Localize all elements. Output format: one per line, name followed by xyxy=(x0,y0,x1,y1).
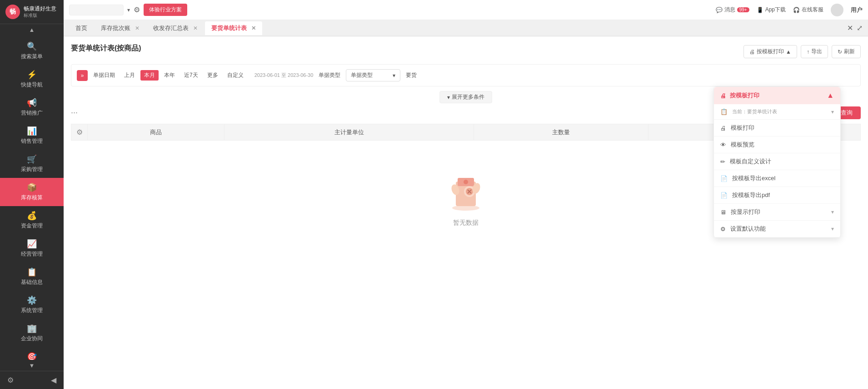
sidebar-item-purchase[interactable]: 🛒 采购管理 xyxy=(0,150,64,178)
tab-batch[interactable]: 库存批次账✕ xyxy=(95,21,146,35)
template-preview-item[interactable]: 👁 模板预览 xyxy=(714,136,840,153)
topbar-right: 💬 消息 99+ 📱 App下载 🎧 在线客服 用户 xyxy=(716,4,863,16)
search-input[interactable] xyxy=(69,5,124,15)
type-select[interactable]: 单据类型 ▾ xyxy=(346,69,400,81)
date-btn-prev-month[interactable]: 上月 xyxy=(120,70,139,81)
date-range: 2023-06-01 至 2023-06-30 xyxy=(254,72,314,79)
current-template-item[interactable]: 📋 当前：要货单统计表 ▾ xyxy=(714,104,840,120)
tab-order-stats[interactable]: 要货单统计表✕ xyxy=(205,21,262,35)
search-dropdown-btn[interactable]: ▾ xyxy=(127,7,130,13)
nav-icon-system: ⚙️ xyxy=(27,295,37,305)
sidebar-item-search[interactable]: 🔍 搜索菜单 xyxy=(0,37,64,65)
display-print-icon: 🖥 xyxy=(720,209,726,216)
sidebar-item-basic[interactable]: 📋 基础信息 xyxy=(0,263,64,291)
date-btn-current-year[interactable]: 本年 xyxy=(160,70,179,81)
refresh-btn[interactable]: ↻ 刷新 xyxy=(832,45,861,58)
close-tab-btn[interactable]: ✕ xyxy=(847,24,853,32)
tab-label-batch: 库存批次账 xyxy=(101,24,130,32)
export-btn[interactable]: ↑ 导出 xyxy=(801,45,828,58)
sidebar-item-system[interactable]: ⚙️ 系统管理 xyxy=(0,291,64,319)
page-content: 要货单统计表(按商品) 🖨 按模板打印 ▲ ↑ 导出 ↻ 刷新 » xyxy=(64,36,868,389)
date-btn-more[interactable]: 更多 xyxy=(204,70,222,81)
message-icon: 💬 xyxy=(716,7,723,13)
print-dropdown-close-btn[interactable]: ▲ xyxy=(827,91,834,100)
date-btn-custom[interactable]: 自定义 xyxy=(224,70,247,81)
tab-close-batch[interactable]: ✕ xyxy=(135,25,140,31)
print-title-label: 按模板打印 xyxy=(730,91,759,100)
export-excel-item[interactable]: 📄 按模板导出excel xyxy=(714,170,840,187)
more-actions-btn[interactable]: ··· xyxy=(71,108,78,117)
export-label: 导出 xyxy=(811,48,822,56)
tab-collection[interactable]: 收发存汇总表✕ xyxy=(147,21,204,35)
template-design-label: 模板自定义设计 xyxy=(730,157,771,166)
template-print-item[interactable]: 🖨 模板打印 xyxy=(714,120,840,136)
expand-more-btn[interactable]: ▾ 展开更多条件 xyxy=(439,91,492,103)
tab-home[interactable]: 首页 xyxy=(69,21,94,35)
header-actions: 🖨 按模板打印 ▲ ↑ 导出 ↻ 刷新 xyxy=(743,45,861,58)
nav-icon-search: 🔍 xyxy=(27,41,37,51)
set-default-label: 设置默认功能 xyxy=(730,225,766,233)
filter-expand-icon[interactable]: » xyxy=(77,70,88,81)
tab-close-order-stats[interactable]: ✕ xyxy=(251,25,256,31)
nav-label-system: 系统管理 xyxy=(21,307,43,314)
sidebar-item-marketing[interactable]: 📢 营销推广 xyxy=(0,93,64,121)
sidebar-item-enterprise[interactable]: 🏢 企业协同 xyxy=(0,319,64,347)
empty-text: 暂无数据 xyxy=(453,219,479,227)
date-btn-current-month[interactable]: 本月 xyxy=(140,70,159,81)
sidebar-item-operations[interactable]: 📈 经营管理 xyxy=(0,234,64,263)
online-service-label: 在线客服 xyxy=(802,6,823,14)
display-print-item[interactable]: 🖥 按显示打印 ▾ xyxy=(714,204,840,221)
nav-label-purchase: 采购管理 xyxy=(21,166,43,173)
tab-close-collection[interactable]: ✕ xyxy=(193,25,198,31)
online-service-btn[interactable]: 🎧 在线客服 xyxy=(793,6,823,14)
sidebar-item-newbie[interactable]: 🎯 新手引导 xyxy=(0,347,64,360)
order-status-label: 要货 xyxy=(406,71,417,79)
print-dropdown-title: 🖨 按模板打印 xyxy=(720,91,759,100)
settings-icon[interactable]: ⚙ xyxy=(7,376,14,384)
table-gear-icon[interactable]: ⚙ xyxy=(76,128,83,136)
nav-label-basic: 基础信息 xyxy=(21,278,43,286)
export-pdf-label: 按模板导出pdf xyxy=(732,191,770,199)
nav-icon-basic: 📋 xyxy=(27,267,37,277)
date-btn-last7[interactable]: 近7天 xyxy=(180,70,202,81)
type-value: 单据类型 xyxy=(351,71,373,79)
logo-sub: 标准版 xyxy=(24,12,56,18)
promo-button[interactable]: 体验行业方案 xyxy=(144,4,187,16)
display-print-label: 按显示打印 xyxy=(731,208,760,216)
scroll-down-btn[interactable]: ▼ xyxy=(0,360,64,371)
collapse-icon[interactable]: ◀ xyxy=(51,376,56,384)
sidebar-item-sales[interactable]: 📊 销售管理 xyxy=(0,121,64,150)
scroll-up-btn[interactable]: ▲ xyxy=(0,24,64,35)
nav-icon-inventory: 📦 xyxy=(27,182,37,192)
print-template-btn[interactable]: 🖨 按模板打印 ▲ xyxy=(743,45,797,58)
table-gear-col: ⚙ xyxy=(71,124,88,141)
nav-label-marketing: 营销推广 xyxy=(21,109,43,117)
message-badge: 99+ xyxy=(737,7,749,12)
service-icon: 🎧 xyxy=(793,7,800,13)
avatar[interactable] xyxy=(831,4,843,16)
expand-more-label: 展开更多条件 xyxy=(452,93,484,101)
display-print-chevron: ▾ xyxy=(831,209,834,215)
nav-label-shortcuts: 快捷导航 xyxy=(21,81,43,89)
nav-icon-operations: 📈 xyxy=(27,239,37,249)
message-btn[interactable]: 💬 消息 99+ xyxy=(716,6,749,14)
sidebar-nav: 🔍 搜索菜单⚡ 快捷导航📢 营销推广📊 销售管理🛒 采购管理📦 库存核算💰 资金… xyxy=(0,35,64,360)
set-default-icon: ⚙ xyxy=(720,226,726,232)
export-pdf-item[interactable]: 📄 按模板导出pdf xyxy=(714,187,840,204)
logo-name: 畅康通好生意 xyxy=(24,5,56,13)
nav-label-enterprise: 企业协同 xyxy=(21,335,43,343)
topbar-gear-icon[interactable]: ⚙ xyxy=(134,5,140,14)
print-chevron-icon: ▲ xyxy=(786,49,791,55)
app-download-btn[interactable]: 📱 App下载 xyxy=(757,6,786,14)
nav-label-finance: 资金管理 xyxy=(21,222,43,230)
set-default-item[interactable]: ⚙ 设置默认功能 ▾ xyxy=(714,221,840,237)
sidebar-item-shortcuts[interactable]: ⚡ 快捷导航 xyxy=(0,65,64,93)
template-design-item[interactable]: ✏ 模板自定义设计 xyxy=(714,153,840,170)
maximize-tab-btn[interactable]: ⤢ xyxy=(857,24,863,32)
sidebar-item-inventory[interactable]: 📦 库存核算 xyxy=(0,178,64,206)
expand-down-icon: ▾ xyxy=(447,94,450,101)
app-download-label: App下载 xyxy=(765,6,786,14)
nav-label-operations: 经营管理 xyxy=(21,250,43,258)
message-label: 消息 xyxy=(724,6,735,14)
sidebar-item-finance[interactable]: 💰 资金管理 xyxy=(0,206,64,234)
